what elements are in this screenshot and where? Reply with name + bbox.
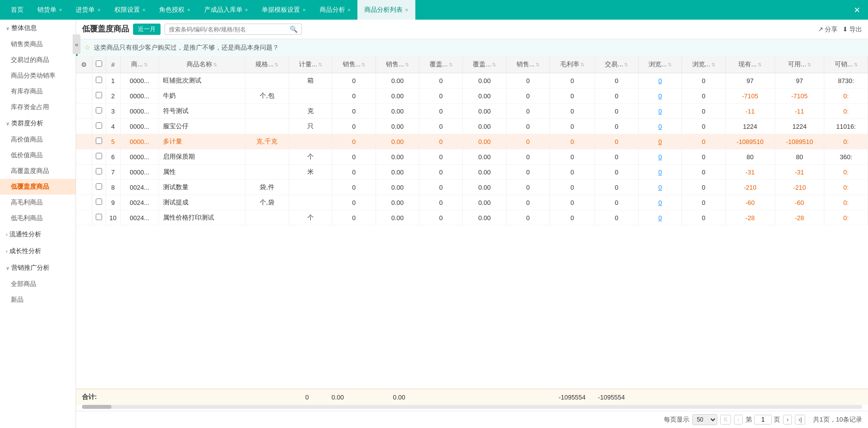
spec-col-header[interactable]: 规格...⇅ (245, 56, 289, 73)
row-spec (245, 149, 289, 165)
sales3-col-header[interactable]: 销售...⇅ (506, 56, 550, 73)
close-all-button[interactable]: ✕ (850, 5, 864, 15)
sidebar-section-marketing[interactable]: ∨ 营销推广分析 (0, 259, 76, 276)
nav-sales-order[interactable]: 销货单 × (30, 0, 69, 20)
page-number-input[interactable] (754, 415, 772, 425)
close-icon[interactable]: × (187, 7, 190, 13)
row-num: 5 (106, 134, 120, 149)
row-available: -7105 (775, 88, 824, 104)
nav-home[interactable]: 首页 (4, 0, 30, 20)
page-size-select[interactable]: 50 20 100 (692, 414, 717, 425)
close-icon[interactable]: × (59, 7, 62, 13)
row-checkbox[interactable] (92, 119, 106, 134)
select-all-checkbox[interactable] (96, 60, 102, 67)
row-sales1: 0 (332, 180, 376, 195)
prev-page-button[interactable]: ‹ (734, 415, 743, 425)
row-browse1[interactable]: 0 (638, 119, 682, 134)
filter-recent-month-button[interactable]: 近一月 (133, 24, 161, 35)
row-browse1[interactable]: 0 (638, 210, 682, 226)
sidebar-section-circulation[interactable]: › 流通性分析 (0, 226, 76, 243)
nav-permission-settings[interactable]: 权限设置 × (108, 0, 152, 20)
row-browse1[interactable]: 0 (638, 104, 682, 119)
unit-col-header[interactable]: 计量...⇅ (289, 56, 332, 73)
margin-col-header[interactable]: 毛利率⇅ (550, 56, 595, 73)
row-browse1[interactable]: 0 (638, 180, 682, 195)
row-checkbox[interactable] (92, 165, 106, 180)
cover1-col-header[interactable]: 覆盖...⇅ (419, 56, 463, 73)
sidebar-item-high-value[interactable]: 高价值商品 (0, 132, 76, 147)
row-checkbox[interactable] (92, 73, 106, 88)
close-icon[interactable]: × (302, 7, 305, 13)
nav-product-entry[interactable]: 产成品入库单 × (197, 0, 255, 20)
nav-purchase-order[interactable]: 进货单 × (69, 0, 107, 20)
row-name: 测试提成 (159, 195, 245, 210)
sidebar-section-overall[interactable]: ∨ 整体信息 (0, 20, 76, 36)
search-input[interactable] (169, 26, 290, 33)
code-col-header[interactable]: 商...⇅ (120, 56, 159, 73)
sidebar-item-stocked-products[interactable]: 有库存商品 (0, 84, 76, 99)
last-page-button[interactable]: ›| (795, 415, 805, 425)
row-checkbox[interactable] (92, 134, 106, 149)
sidebar-collapse-button[interactable]: « (73, 34, 81, 54)
row-available: -1089510 (775, 134, 824, 149)
row-cover2: 0.00 (463, 149, 507, 165)
sidebar-item-category-rate[interactable]: 商品分类动销率 (0, 68, 76, 84)
row-browse1[interactable]: 0 (638, 134, 682, 149)
next-page-button[interactable]: › (783, 415, 792, 425)
sidebar-item-new-products[interactable]: 新品 (0, 292, 76, 308)
row-browse1[interactable]: 0 (638, 195, 682, 210)
row-browse1[interactable]: 0 (638, 165, 682, 180)
close-icon[interactable]: × (405, 7, 408, 13)
current-col-header[interactable]: 现有...⇅ (725, 56, 775, 73)
sidebar-item-all-products[interactable]: 全部商品 (0, 276, 76, 292)
sellable-col-header[interactable]: 可销...⇅ (824, 56, 868, 73)
row-browse1[interactable]: 0 (638, 149, 682, 165)
footer-cover2: 0.00 (383, 394, 415, 401)
nav-product-analysis[interactable]: 商品分析 × (313, 0, 357, 20)
scrollbar-thumb[interactable] (82, 405, 111, 409)
sidebar-section-growth[interactable]: › 成长性分析 (0, 243, 76, 259)
close-icon[interactable]: × (97, 7, 100, 13)
close-icon[interactable]: × (245, 7, 248, 13)
row-checkbox[interactable] (92, 195, 106, 210)
row-browse2: 0 (682, 195, 726, 210)
sidebar-item-low-margin[interactable]: 低毛利商品 (0, 210, 76, 226)
sidebar-item-high-coverage[interactable]: 高覆盖度商品 (0, 163, 76, 179)
browse2-col-header[interactable]: 浏览...⇅ (682, 56, 726, 73)
row-checkbox[interactable] (92, 180, 106, 195)
browse1-col-header[interactable]: 浏览...⇅ (638, 56, 682, 73)
sidebar-item-high-margin[interactable]: 高毛利商品 (0, 195, 76, 210)
sidebar-item-traded-products[interactable]: 交易过的商品 (0, 52, 76, 68)
available-col-header[interactable]: 可用...⇅ (775, 56, 824, 73)
row-browse1[interactable]: 0 (638, 88, 682, 104)
sales1-col-header[interactable]: 销售...⇅ (332, 56, 376, 73)
row-checkbox[interactable] (92, 88, 106, 104)
search-icon: 🔍 (290, 26, 298, 33)
trade-col-header[interactable]: 交易...⇅ (595, 56, 639, 73)
row-checkbox[interactable] (92, 210, 106, 226)
nav-product-analysis-list[interactable]: 商品分析列表 × (357, 0, 415, 20)
settings-col-header[interactable]: ⚙ (76, 56, 92, 73)
close-icon[interactable]: × (348, 7, 351, 13)
name-col-header[interactable]: 商品名称⇅ (159, 56, 245, 73)
sidebar-item-sales-products[interactable]: 销售类商品 (0, 36, 76, 52)
row-browse1[interactable]: 0 (638, 73, 682, 88)
sidebar-items-overall: 销售类商品 交易过的商品 商品分类动销率 有库存商品 库存资金占用 (0, 36, 76, 115)
sidebar-section-cluster[interactable]: ∨ 类群度分析 (0, 115, 76, 132)
row-checkbox[interactable] (92, 104, 106, 119)
nav-template-settings[interactable]: 单据模板设置 × (255, 0, 312, 20)
horizontal-scrollbar[interactable] (82, 405, 862, 409)
sidebar-item-low-value[interactable]: 低价值商品 (0, 147, 76, 163)
cover2-col-header[interactable]: 覆盖...⇅ (463, 56, 507, 73)
share-button[interactable]: ↗ 分享 (818, 25, 838, 34)
sidebar-item-low-coverage[interactable]: 低覆盖度商品 (0, 179, 76, 195)
row-trade: 0 (595, 180, 639, 195)
export-button[interactable]: ⬇ 导出 (842, 25, 862, 34)
close-icon[interactable]: × (142, 7, 145, 13)
sales2-col-header[interactable]: 销售...⇅ (376, 56, 419, 73)
row-checkbox[interactable] (92, 149, 106, 165)
sidebar-item-stock-funds[interactable]: 库存资金占用 (0, 99, 76, 115)
first-page-button[interactable]: K (720, 415, 731, 425)
checkbox-col-header[interactable] (92, 56, 106, 73)
nav-role-auth[interactable]: 角色授权 × (152, 0, 197, 20)
